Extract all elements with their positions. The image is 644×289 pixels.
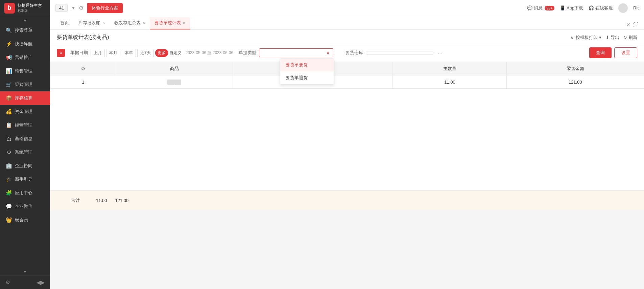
app-download-item[interactable]: 📱 App下载	[560, 5, 583, 11]
sidebar-item-label: 经营管理	[15, 122, 32, 128]
sidebar-item-member[interactable]: 👑 畅会员	[0, 213, 50, 227]
sidebar-item-finance[interactable]: 💰 资金管理	[0, 105, 50, 118]
expand-icon: »	[59, 50, 62, 55]
tab-receivable[interactable]: 收发存汇总表 ×	[110, 17, 150, 29]
warehouse-input[interactable]	[366, 51, 433, 54]
footer-label: 合计	[67, 194, 84, 207]
tab-home[interactable]: 首页	[55, 17, 74, 29]
header-right: 💬 消息 99+ 📱 App下载 🎧 在线客服 Rit	[527, 3, 639, 13]
row-index: 1	[50, 75, 116, 89]
sidebar-item-label: 基础信息	[15, 136, 32, 142]
sidebar-item-label: 营销推广	[15, 54, 32, 61]
sidebar-item-search[interactable]: 🔍 搜索菜单	[0, 24, 50, 37]
tabs-bar: 首页 库存批次账 × 收发存汇总表 × 要货单统计表 × ✕ ⛶	[50, 16, 644, 30]
sidebar-bottom: ⚙ ◀▶	[0, 275, 50, 289]
sidebar-nav: 🔍 搜索菜单 ⚡ 快捷导航 📢 营销推广 📊 销售管理 🛒 采购管理 📦 库存核…	[0, 24, 50, 268]
tab-label: 库存批次账	[78, 20, 100, 26]
filter-actions: 查询 设置	[589, 47, 637, 58]
sidebar-scroll-down[interactable]: ▼	[0, 268, 50, 275]
export-label: 导出	[611, 35, 619, 41]
online-service-item[interactable]: 🎧 在线客服	[589, 5, 613, 11]
app-download-label: App下载	[567, 5, 583, 11]
date-btn-more[interactable]: 更多	[155, 49, 168, 57]
sidebar-item-label: 库存核算	[15, 95, 32, 101]
print-action[interactable]: 🖨 按模板打印 ▾	[570, 35, 601, 41]
export-action[interactable]: ⬇ 导出	[605, 35, 619, 41]
page-content: 要货单统计表(按商品) 🖨 按模板打印 ▾ ⬇ 导出 ↻ 刷新	[50, 30, 644, 289]
type-select-box[interactable]: ∧	[259, 48, 333, 57]
sidebar-item-purchase[interactable]: 🛒 采购管理	[0, 78, 50, 91]
sidebar-item-enterprise[interactable]: 🏢 企业协同	[0, 159, 50, 173]
type-select-arrow: ∧	[326, 50, 330, 55]
sidebar-scroll-up[interactable]: ▲	[0, 16, 50, 24]
date-btn-last-month[interactable]: 上月	[91, 49, 105, 57]
footer-empty2	[84, 197, 92, 204]
search-icon: 🔍	[5, 27, 12, 34]
sidebar-item-inventory[interactable]: 📦 库存核算	[0, 91, 50, 105]
settings-button[interactable]: 设置	[614, 47, 637, 58]
header-settings-icon[interactable]: ⚙	[79, 5, 84, 11]
sidebar-item-label: 销售管理	[15, 68, 32, 74]
date-btn-this-month[interactable]: 本月	[106, 49, 120, 57]
maximize-icon[interactable]: ⛶	[633, 22, 639, 28]
sidebar-item-basic[interactable]: 🗂 基础信息	[0, 132, 50, 146]
tab-close-order-stat[interactable]: ×	[183, 21, 185, 25]
warehouse-label: 要货仓库	[345, 50, 363, 56]
close-all-icon[interactable]: ✕	[626, 22, 630, 28]
tabs-actions: ✕ ⛶	[626, 22, 639, 29]
sidebar-item-label: 系统管理	[15, 149, 32, 155]
avatar[interactable]	[618, 3, 628, 13]
sidebar-item-shortcut[interactable]: ⚡ 快捷导航	[0, 37, 50, 51]
sales-icon: 📊	[5, 68, 12, 74]
tab-label: 要货单统计表	[154, 20, 181, 26]
col-settings[interactable]: ⚙	[50, 62, 116, 75]
col-amount: 零售金额	[507, 62, 644, 75]
date-filter-group: 单据日期 上月 本月 本年 近7天 更多 自定义 2023-05-06 至 20…	[70, 49, 233, 57]
tab-batch[interactable]: 库存批次账 ×	[74, 17, 110, 29]
purchase-icon: 🛒	[5, 82, 12, 88]
date-btn-7days[interactable]: 近7天	[137, 49, 154, 57]
expand-filter-button[interactable]: »	[57, 49, 65, 57]
collapse-sidebar-icon[interactable]: ◀▶	[37, 279, 45, 286]
app-name: 畅捷通好生意	[18, 3, 42, 8]
tab-dropdown-icon[interactable]: ▼	[71, 5, 75, 10]
footer-row: 合计 11.00 121.00	[50, 190, 644, 210]
date-shortcuts: 上月 本月 本年 近7天 更多 自定义	[91, 49, 182, 57]
finance-icon: 💰	[5, 109, 12, 115]
operation-icon: 📋	[5, 122, 12, 128]
sidebar-item-appstore[interactable]: 🧩 应用中心	[0, 186, 50, 200]
sidebar: b 畅捷通好生意 标准版 ▲ 🔍 搜索菜单 ⚡ 快捷导航 📢 营销推广 📊 销售…	[0, 0, 50, 289]
column-settings-icon[interactable]: ⚙	[81, 66, 85, 71]
messages-item[interactable]: 💬 消息 99+	[527, 5, 554, 11]
sidebar-item-marketing[interactable]: 📢 营销推广	[0, 51, 50, 64]
col-quantity: 主数量	[393, 62, 507, 75]
dropdown-item-order[interactable]: 要货单要货	[280, 59, 334, 71]
app-logo: b 畅捷通好生意 标准版	[0, 0, 50, 16]
footer-empty1	[50, 197, 67, 204]
marketing-icon: 📢	[5, 54, 12, 61]
row-amount: 121.00	[507, 75, 644, 89]
sidebar-item-sales[interactable]: 📊 销售管理	[0, 64, 50, 78]
sidebar-item-operation[interactable]: 📋 经营管理	[0, 118, 50, 132]
row-product: ██ ██	[116, 75, 233, 89]
sidebar-item-wechat[interactable]: 💬 企业微信	[0, 200, 50, 213]
messages-label: 消息	[534, 5, 543, 11]
date-custom-btn[interactable]: 自定义	[169, 50, 182, 56]
dropdown-item-return[interactable]: 要货单退货	[280, 71, 334, 84]
sidebar-item-system[interactable]: ⚙ 系统管理	[0, 146, 50, 159]
settings-icon[interactable]: ⚙	[5, 279, 10, 286]
query-button[interactable]: 查询	[589, 47, 612, 58]
tab-close-batch[interactable]: ×	[102, 21, 105, 25]
more-filters-btn[interactable]: ···	[437, 49, 443, 57]
warehouse-filter-group: 要货仓库 ···	[345, 49, 443, 57]
tab-close-receivable[interactable]: ×	[143, 21, 145, 25]
print-dropdown-icon: ▾	[599, 35, 601, 40]
date-btn-this-year[interactable]: 本年	[122, 49, 136, 57]
enterprise-icon: 🏢	[5, 163, 12, 169]
trial-button[interactable]: 体验行业方案	[87, 3, 123, 13]
sidebar-item-newbie[interactable]: 🎓 新手引导	[0, 173, 50, 186]
basic-icon: 🗂	[5, 136, 12, 142]
refresh-action[interactable]: ↻ 刷新	[623, 35, 637, 41]
tab-order-stat[interactable]: 要货单统计表 ×	[150, 17, 190, 29]
data-table: ⚙ 商品 主计量单位 主数量 零	[50, 62, 644, 89]
